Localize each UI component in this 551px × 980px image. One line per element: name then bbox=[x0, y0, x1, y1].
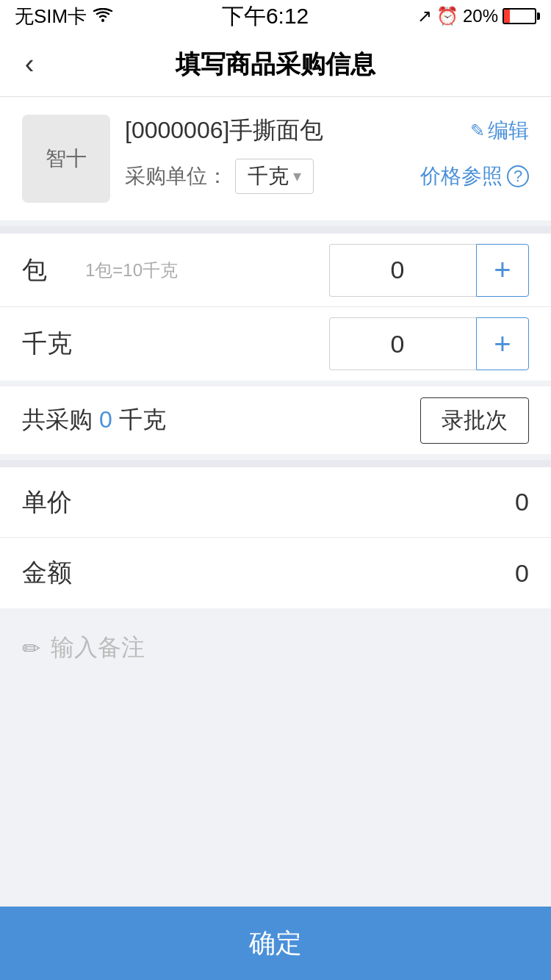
qty-input-wrap-kg: + bbox=[329, 317, 529, 370]
edit-button[interactable]: ✎ 编辑 bbox=[470, 117, 529, 145]
pencil-icon: ✏ bbox=[22, 635, 40, 661]
qty-label-pack: 包 bbox=[22, 253, 81, 287]
product-name: [0000006]手撕面包 bbox=[125, 115, 323, 147]
unit-row: 采购单位： 千克 ▾ 价格参照 ? bbox=[125, 159, 529, 194]
qty-label-kg: 千克 bbox=[22, 327, 81, 361]
qty-input-kg[interactable] bbox=[329, 317, 476, 370]
wifi-icon bbox=[93, 5, 113, 28]
quantity-section: 包 1包=10千克 + 千克 + bbox=[0, 234, 551, 386]
remark-section[interactable]: ✏ 输入备注 bbox=[0, 614, 551, 682]
status-bar-left: 无SIM卡 bbox=[15, 4, 113, 29]
edit-icon: ✎ bbox=[470, 120, 485, 141]
qty-sublabel-pack: 1包=10千克 bbox=[85, 259, 178, 282]
unit-selector-wrap: 采购单位： 千克 ▾ bbox=[125, 159, 314, 194]
confirm-button[interactable]: 确定 bbox=[0, 907, 551, 980]
unit-label: 采购单位： bbox=[125, 162, 228, 190]
remark-placeholder: 输入备注 bbox=[51, 632, 145, 664]
status-bar: 无SIM卡 下午6:12 ↗ ⏰ 20% bbox=[0, 0, 551, 32]
unit-value: 千克 bbox=[248, 162, 289, 190]
amount-label: 金额 bbox=[22, 556, 72, 590]
product-logo: 智十 bbox=[46, 145, 87, 173]
product-card: 智十 [0000006]手撕面包 ✎ 编辑 采购单位： 千克 ▾ 价格参照 ? bbox=[0, 97, 551, 226]
edit-label: 编辑 bbox=[488, 117, 529, 145]
record-batch-button[interactable]: 录批次 bbox=[420, 397, 529, 444]
total-row: 共采购 0 千克 录批次 bbox=[0, 386, 551, 460]
alarm-icon: ⏰ bbox=[436, 6, 458, 26]
chevron-down-icon: ▾ bbox=[293, 167, 301, 186]
location-icon: ↗ bbox=[417, 6, 432, 26]
product-info: [0000006]手撕面包 ✎ 编辑 采购单位： 千克 ▾ 价格参照 ? bbox=[125, 115, 529, 194]
product-name-row: [0000006]手撕面包 ✎ 编辑 bbox=[125, 115, 529, 147]
status-bar-time: 下午6:12 bbox=[222, 1, 309, 32]
unit-price-row: 单价 0 bbox=[0, 467, 551, 538]
battery-pct: 20% bbox=[463, 6, 498, 26]
back-button[interactable]: ‹ bbox=[0, 32, 59, 97]
svg-point-0 bbox=[101, 19, 104, 22]
status-bar-right: ↗ ⏰ 20% bbox=[417, 6, 536, 26]
price-ref-help-icon: ? bbox=[507, 165, 529, 187]
battery-icon bbox=[503, 8, 536, 24]
amount-value: 0 bbox=[515, 559, 529, 588]
quantity-row-kg: 千克 + bbox=[0, 307, 551, 381]
unit-select-dropdown[interactable]: 千克 ▾ bbox=[235, 159, 314, 194]
amount-row: 金额 0 bbox=[0, 538, 551, 608]
bottom-space bbox=[0, 682, 551, 873]
qty-input-wrap-pack: + bbox=[329, 244, 529, 297]
page-title: 填写商品采购信息 bbox=[176, 48, 375, 82]
unit-price-value: 0 bbox=[515, 488, 529, 516]
section-divider-1 bbox=[0, 226, 551, 234]
carrier-label: 无SIM卡 bbox=[15, 4, 87, 29]
price-ref-label: 价格参照 bbox=[420, 162, 503, 190]
qty-input-pack[interactable] bbox=[329, 244, 476, 297]
qty-plus-pack[interactable]: + bbox=[476, 244, 529, 297]
price-section: 单价 0 金额 0 bbox=[0, 467, 551, 614]
product-image: 智十 bbox=[22, 115, 110, 203]
total-amount: 0 bbox=[99, 406, 112, 433]
qty-plus-kg[interactable]: + bbox=[476, 317, 529, 370]
quantity-row-pack: 包 1包=10千克 + bbox=[0, 234, 551, 307]
nav-bar: ‹ 填写商品采购信息 bbox=[0, 32, 551, 97]
unit-price-label: 单价 bbox=[22, 486, 72, 519]
price-ref-button[interactable]: 价格参照 ? bbox=[420, 162, 529, 190]
total-text: 共采购 0 千克 bbox=[22, 404, 166, 436]
section-divider-2 bbox=[0, 460, 551, 467]
